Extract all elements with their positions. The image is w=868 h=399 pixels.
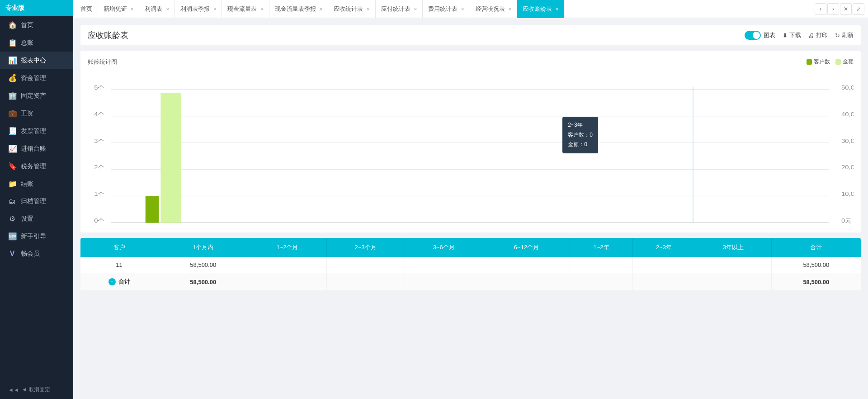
ledger-icon: 📋 [8,38,16,47]
tab-nav-left[interactable]: ‹ [815,3,826,15]
print-icon: 🖨 [808,32,814,39]
sidebar-item-ledger[interactable]: 📋 总账 [0,34,73,52]
tab-close-cashflow[interactable]: × [260,6,263,12]
tab-profit[interactable]: 利润表 × [139,0,175,18]
tab-label: 首页 [80,5,92,13]
invoice-icon: 🧾 [8,127,16,135]
sidebar-item-close[interactable]: 📁 结账 [0,175,73,193]
tab-receivable-stat[interactable]: 应收统计表 × [328,0,375,18]
tab-aging[interactable]: 应收账龄表 × [517,0,564,18]
col-y3: 2~3年 [632,238,695,257]
svg-text:0元: 0元 [841,218,852,224]
tab-voucher[interactable]: 新增凭证 × [98,0,139,18]
sidebar-item-label: 总账 [21,39,33,47]
vip-icon: V [8,250,16,258]
tab-close-aging[interactable]: × [556,6,558,12]
tax-icon: 🔖 [8,162,16,171]
toggle-track[interactable] [745,31,761,40]
bar-m1-amount [160,93,181,223]
sidebar-item-label: 首页 [21,21,33,29]
col-m1: 1个月内 [158,238,248,257]
col-m6: 3~6个月 [405,238,483,257]
sidebar-item-label: 畅会员 [21,250,40,258]
legend-amount-dot [835,59,841,65]
sidebar-item-salary[interactable]: 💼 工资 [0,104,73,122]
sidebar-item-tax[interactable]: 🔖 税务管理 [0,157,73,175]
svg-text:10,000.00元: 10,000.00元 [841,191,854,197]
tab-close-receivable-stat[interactable]: × [367,6,369,12]
tab-close-profit[interactable]: × [166,6,169,12]
pin-label: ◄ 取消固定 [22,386,50,394]
col-customer: 客户 [80,238,158,257]
sidebar-item-label: 设置 [21,215,33,223]
sidebar-item-label: 新手引导 [21,233,46,241]
reports-icon: 📊 [8,56,16,65]
tab-operation[interactable]: 经营状况表 × [470,0,517,18]
sidebar-pin-toggle[interactable]: ◄◄ ◄ 取消固定 [0,380,73,399]
sidebar-item-home[interactable]: 🏠 首页 [0,16,73,34]
sidebar-item-reports[interactable]: 📊 报表中心 [0,52,73,69]
tab-expand[interactable]: ⤢ [853,3,864,15]
salary-icon: 💼 [8,109,16,118]
tab-cashflow[interactable]: 现金流量表 × [222,0,269,18]
sidebar-item-vip[interactable]: V 畅会员 [0,245,73,262]
tab-close-operation[interactable]: × [509,6,511,12]
tab-close-expense-stat[interactable]: × [461,6,464,12]
chart-svg: 0个 1个 2个 3个 4个 5个 0元 10,000.00元 20,000.0… [88,71,854,225]
cell-y3 [632,257,695,273]
sidebar-item-funds[interactable]: 💰 资金管理 [0,69,73,87]
total-label-text: 合计 [118,278,130,286]
table-row: 11 58,500.00 58,500.00 [80,257,861,273]
tab-home[interactable]: 首页 [75,0,98,18]
tab-close-profit-quarter[interactable]: × [213,6,216,12]
tab-close-voucher[interactable]: × [131,6,133,12]
sidebar-item-sales[interactable]: 📈 进销台账 [0,140,73,157]
page-title: 应收账龄表 [88,30,128,41]
sidebar-item-archive[interactable]: 🗂 归档管理 [0,193,73,210]
toggle-thumb [753,32,760,39]
total-y2 [570,273,633,291]
tab-close-all[interactable]: ✕ [840,3,852,15]
sidebar-item-label: 工资 [21,109,33,118]
tab-profit-quarter[interactable]: 利润表季报 × [175,0,222,18]
legend-amount: 金额 [835,58,854,66]
total-m2 [248,273,326,291]
cell-over [695,257,771,273]
tab-expense-stat[interactable]: 费用统计表 × [423,0,470,18]
archive-icon: 🗂 [8,197,16,205]
page-header: 应收账龄表 图表 ⬇ 下载 🖨 打印 ↻ 刷新 [80,25,861,45]
sidebar-item-settings[interactable]: ⚙ 设置 [0,210,73,228]
tab-label: 新增凭证 [104,5,127,13]
svg-text:40,000.00元: 40,000.00元 [841,111,854,118]
total-y3 [632,273,695,291]
sidebar-item-label: 税务管理 [21,162,46,171]
chart-title: 账龄统计图 [88,58,854,66]
tab-cashflow-quarter[interactable]: 现金流量表季报 × [269,0,328,18]
download-button[interactable]: ⬇ 下载 [783,31,801,39]
total-m1: 58,500.00 [158,273,248,291]
tab-payable-stat[interactable]: 应付统计表 × [376,0,423,18]
svg-text:50,000.00元: 50,000.00元 [841,85,854,91]
sidebar-item-assets[interactable]: 🏢 固定资产 [0,87,73,104]
tab-close-cashflow-quarter[interactable]: × [320,6,322,12]
cell-customer: 11 [80,257,158,273]
svg-text:3个: 3个 [94,138,104,144]
print-button[interactable]: 🖨 打印 [808,31,828,39]
download-icon: ⬇ [783,32,788,39]
bar-m1-customers [146,196,159,223]
tab-close-payable-stat[interactable]: × [414,6,417,12]
app-logo: 专业版 [0,0,73,16]
sidebar-item-label: 归档管理 [21,197,46,205]
table-total-row: ≡ 合计 58,500.00 58,500.00 [80,273,861,291]
total-m6 [405,273,483,291]
cell-m1: 58,500.00 [158,257,248,273]
refresh-button[interactable]: ↻ 刷新 [835,31,854,39]
sidebar-item-guide[interactable]: 🆕 新手引导 [0,228,73,245]
chart-container: 0个 1个 2个 3个 4个 5个 0元 10,000.00元 20,000.0… [88,71,854,225]
tab-nav-right[interactable]: › [827,3,839,15]
chart-toggle[interactable]: 图表 [745,31,775,40]
cell-m2 [248,257,326,273]
tab-label: 应收账龄表 [523,5,552,13]
sidebar-item-invoice[interactable]: 🧾 发票管理 [0,122,73,140]
col-m12: 6~12个月 [483,238,570,257]
